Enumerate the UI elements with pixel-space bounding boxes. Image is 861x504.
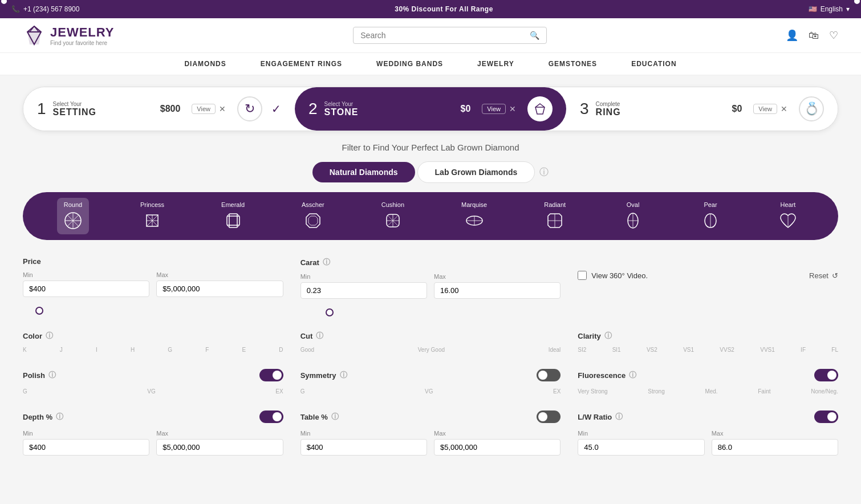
table-min-input[interactable] [300,439,427,456]
shape-asscher[interactable]: Asscher [296,198,330,234]
shape-marquise[interactable]: Marquise [456,198,493,234]
polish-toggle-row: Polish ⓘ [23,369,283,381]
account-icon[interactable]: 👤 [786,29,798,42]
lw-info-icon[interactable]: ⓘ [615,412,623,422]
step-3-number: 3 [580,101,589,117]
table-title: Table % ⓘ [300,412,339,422]
filter-price: Price Min Max [23,257,283,317]
view360-checkbox[interactable] [578,271,587,280]
fluorescence-info-icon[interactable]: ⓘ [629,370,636,380]
step-3-close-icon[interactable]: ✕ [781,104,787,113]
filter-color: Color ⓘ K J I H G F E D [23,331,283,355]
step-1-close-icon[interactable]: ✕ [219,104,226,113]
search-bar[interactable]: 🔍 [353,27,547,44]
diamond-info-icon[interactable]: ⓘ [539,166,549,178]
clarity-info-icon[interactable]: ⓘ [604,331,612,341]
filter-fluorescence: Fluorescence ⓘ Very Strong Strong Med. F… [578,369,838,397]
price-title: Price [23,257,283,266]
nav-wedding-bands[interactable]: WEDDING BANDS [376,60,443,68]
tab-natural-diamonds[interactable]: Natural Diamonds [312,162,415,182]
price-slider-min[interactable] [23,310,283,311]
nav-jewelry[interactable]: JEWELRY [477,60,514,68]
logo[interactable]: JEWELRY Find your favorite here [23,24,115,47]
filter-table: Table % ⓘ Min Max [300,410,561,460]
symmetry-toggle-row: Symmetry ⓘ [300,369,561,381]
cushion-shape-icon [383,210,403,231]
view360-label: View 360° Video. [591,271,648,280]
step-1-done-icon: ✓ [271,102,281,116]
filter-lw-ratio: L/W Ratio ⓘ Min Max [578,410,838,460]
cut-info-icon[interactable]: ⓘ [316,331,323,341]
tab-lab-grown-diamonds[interactable]: Lab Grown Diamonds [417,161,535,183]
step-1-actions: View ✕ [192,104,226,114]
symmetry-scale-labels: G VG EX [300,388,561,395]
nav-engagement-rings[interactable]: ENGAGEMENT RINGS [261,60,342,68]
carat-min-input[interactable] [300,282,427,299]
carat-slider-min[interactable] [300,311,561,313]
symmetry-info-icon[interactable]: ⓘ [340,370,347,380]
table-toggle[interactable] [537,410,561,423]
carat-max-input[interactable] [434,282,561,299]
search-input[interactable] [360,31,530,40]
lw-max-input[interactable] [712,439,838,456]
nav-education[interactable]: EDUCATION [631,60,676,68]
emerald-shape-icon [223,210,243,231]
carat-info-icon[interactable]: ⓘ [323,257,330,267]
polish-toggle[interactable] [259,369,283,381]
depth-toggle[interactable] [259,410,283,423]
carat-slider-container [300,303,561,317]
nav-diamonds[interactable]: DIAMONDS [184,60,226,68]
nav-gemstones[interactable]: GEMSTONES [549,60,597,68]
shape-round[interactable]: Round [57,198,89,234]
step-2-price: $0 [461,104,471,114]
filter-row-1: Price Min Max Carat ⓘ [23,257,838,317]
language-selector[interactable]: 🇺🇸 English ▾ [809,5,850,13]
reset-label: Reset [809,271,828,280]
princess-shape-icon [142,210,163,231]
color-info-icon[interactable]: ⓘ [46,331,53,341]
reset-row[interactable]: Reset ↺ [809,271,838,280]
heart-shape-icon [778,210,798,231]
shape-heart[interactable]: Heart [772,198,804,234]
header-icons: 👤 🛍 ♡ [786,29,838,42]
table-inputs: Min Max [300,430,561,456]
symmetry-toggle[interactable] [537,369,561,381]
phone-icon: 📞 [11,5,20,13]
table-info-icon[interactable]: ⓘ [331,412,339,422]
step-2-close-icon[interactable]: ✕ [509,104,516,113]
filter-depth: Depth % ⓘ Min Max [23,410,283,460]
fluorescence-slider[interactable] [0,0,861,2]
fluorescence-scale-labels: Very Strong Strong Med. Faint None/Neg. [578,388,838,395]
table-max-input[interactable] [434,439,561,456]
shape-oval[interactable]: Oval [617,198,649,234]
shape-pear[interactable]: Pear [695,198,726,234]
step-2-view-btn[interactable]: View [482,104,506,114]
step-2-info: Select Your STONE [324,101,359,117]
fluorescence-toggle[interactable] [814,369,838,381]
header: JEWELRY Find your favorite here 🔍 👤 🛍 ♡ [0,18,861,53]
wishlist-icon[interactable]: ♡ [829,29,838,42]
search-icon: 🔍 [530,31,539,40]
depth-min-input[interactable] [23,439,149,456]
depth-max-input[interactable] [156,439,283,456]
shape-princess[interactable]: Princess [135,198,170,234]
filter-cut: Cut ⓘ Good Very Good Ideal [300,331,561,355]
lw-title: L/W Ratio ⓘ [578,412,623,422]
cart-icon[interactable]: 🛍 [809,30,819,42]
price-min-input[interactable] [23,281,149,297]
shape-radiant[interactable]: Radiant [538,198,571,234]
shape-emerald[interactable]: Emerald [216,198,250,234]
price-max-input[interactable] [156,281,283,297]
lw-inputs: Min Max [578,430,838,456]
price-slider-container [23,302,283,315]
step-1-view-btn[interactable]: View [192,104,216,114]
depth-info-icon[interactable]: ⓘ [56,412,63,422]
step-3-view-btn[interactable]: View [753,104,777,114]
filter-row-3: Polish ⓘ G VG EX Symmetry ⓘ G [23,369,838,397]
lw-min-input[interactable] [578,439,704,456]
filter-symmetry: Symmetry ⓘ G VG EX [300,369,561,397]
polish-info-icon[interactable]: ⓘ [48,370,56,380]
step-2: 2 Select Your STONE $0 View ✕ [295,87,566,131]
shape-cushion[interactable]: Cushion [376,198,410,234]
lw-toggle[interactable] [814,410,838,423]
